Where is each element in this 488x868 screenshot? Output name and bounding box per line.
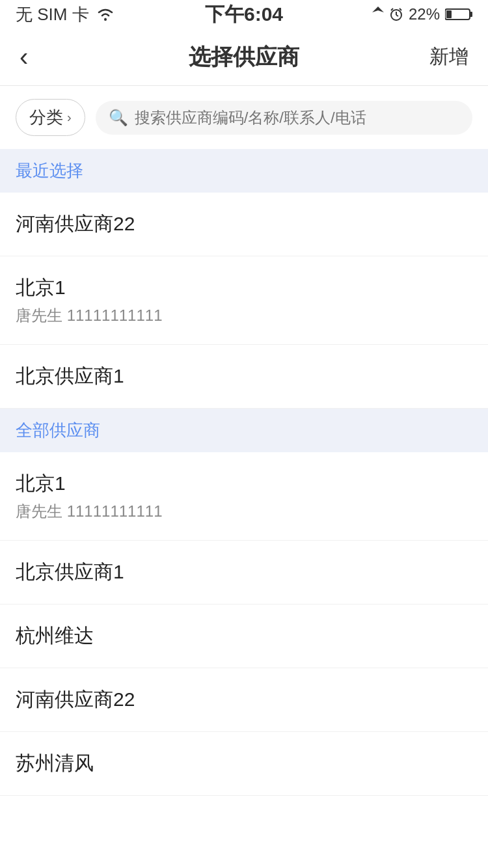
page-title: 选择供应商: [189, 42, 299, 72]
list-item[interactable]: 杭州维达: [0, 604, 488, 668]
item-name: 北京供应商1: [16, 363, 472, 390]
all-section-label: 全部供应商: [16, 420, 100, 440]
recent-section-label: 最近选择: [16, 161, 83, 180]
wifi-icon: [96, 7, 115, 21]
search-icon: 🔍: [109, 109, 128, 127]
back-button[interactable]: ‹: [20, 42, 72, 72]
all-items-list: 北京1 唐先生 11111111111 北京供应商1杭州维达河南供应商22苏州清…: [0, 452, 488, 796]
item-name: 北京1: [16, 470, 472, 497]
category-label: 分类: [29, 106, 63, 129]
add-button[interactable]: 新增: [416, 44, 468, 70]
item-sub: 唐先生 11111111111: [16, 501, 472, 522]
alarm-icon: [389, 7, 403, 21]
chevron-right-icon: ›: [67, 110, 72, 125]
nav-bar: ‹ 选择供应商 新增: [0, 29, 488, 86]
list-item[interactable]: 河南供应商22: [0, 668, 488, 732]
location-icon: [372, 7, 384, 22]
status-right: 22%: [372, 5, 472, 23]
svg-line-3: [396, 15, 398, 16]
svg-point-0: [104, 18, 107, 21]
item-name: 河南供应商22: [16, 211, 472, 237]
list-item[interactable]: 北京供应商1: [0, 541, 488, 604]
search-bar[interactable]: 🔍: [96, 101, 472, 135]
svg-line-4: [391, 8, 393, 10]
search-input[interactable]: [135, 109, 459, 127]
status-bar: 无 SIM 卡 下午6:04 22%: [0, 0, 488, 29]
item-name: 杭州维达: [16, 623, 472, 649]
recent-items-list: 河南供应商22 北京1 唐先生 11111111111 北京供应商1: [0, 193, 488, 409]
list-item[interactable]: 河南供应商22: [0, 193, 488, 256]
item-name: 北京1: [16, 275, 472, 301]
list-item[interactable]: 北京供应商1: [0, 345, 488, 409]
item-name: 苏州清风: [16, 750, 472, 777]
svg-rect-7: [470, 12, 472, 17]
battery-icon: [445, 7, 472, 21]
item-name: 北京供应商1: [16, 559, 472, 586]
no-sim-label: 无 SIM 卡: [16, 3, 89, 26]
status-time: 下午6:04: [205, 1, 283, 28]
battery-percentage: 22%: [409, 5, 440, 23]
item-sub: 唐先生 11111111111: [16, 305, 472, 326]
list-item[interactable]: 北京1 唐先生 11111111111: [0, 452, 488, 541]
svg-rect-8: [446, 10, 452, 18]
filter-row: 分类 › 🔍: [0, 86, 488, 149]
svg-line-5: [400, 8, 401, 10]
status-left: 无 SIM 卡: [16, 3, 115, 26]
recent-section-header: 最近选择: [0, 149, 488, 193]
category-button[interactable]: 分类 ›: [16, 99, 85, 136]
list-item[interactable]: 苏州清风: [0, 732, 488, 796]
item-name: 河南供应商22: [16, 686, 472, 713]
list-item[interactable]: 北京1 唐先生 11111111111: [0, 256, 488, 345]
all-section-header: 全部供应商: [0, 409, 488, 452]
